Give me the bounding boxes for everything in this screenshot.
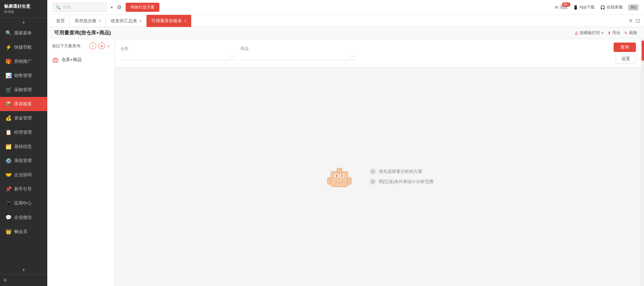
main-area: 🔍 搜索 ▾ ⚙ 体验行业方案 ✉ 消息 99+ 📱 App下载 🎧 在线客服 …: [47, 0, 644, 286]
purchase-icon: 🛒: [5, 87, 11, 93]
warehouse-more-btn[interactable]: ···: [229, 53, 235, 59]
sidebar-item-label: 营销推广: [14, 58, 32, 64]
export-btn[interactable]: ⬆ 导出: [608, 30, 620, 36]
sidebar-item-basic-info[interactable]: 🗂️ 基础信息: [0, 139, 47, 154]
sidebar-item-shortcut[interactable]: ⚡ 快捷导航: [0, 40, 47, 54]
filter-panel: 按以下方案查询 + ⚙ « 仓库+商品: [47, 39, 115, 286]
app-download-label: App下载: [579, 4, 595, 10]
enterprise-icon: 🤝: [5, 172, 11, 178]
tab-available-ledger[interactable]: 可用量库存账本 ×: [147, 15, 191, 27]
message-btn[interactable]: ✉ 消息 99+: [555, 4, 568, 10]
header-dropdown[interactable]: ▾: [111, 5, 113, 10]
sidebar-item-purchase[interactable]: 🛒 采购管理: [0, 83, 47, 97]
export-label: 导出: [612, 30, 620, 36]
refresh-btn[interactable]: ↻ 刷新: [624, 30, 637, 36]
online-service-btn[interactable]: 🎧 在线客服: [600, 4, 623, 10]
sidebar-item-finance[interactable]: 💰 资金管理: [0, 111, 47, 125]
settings-filter-btn[interactable]: ⚙: [98, 43, 105, 49]
tab-batch-account[interactable]: 库存批次账 ×: [70, 15, 106, 27]
tab-close-icon[interactable]: ×: [99, 19, 101, 23]
goods-field: 商品 ···: [240, 46, 355, 60]
app-title: 畅康通好生意: [4, 3, 43, 9]
sidebar-item-member[interactable]: 👑 畅会员: [0, 225, 47, 239]
sidebar-item-enterprise[interactable]: 🤝 企业协同: [0, 168, 47, 182]
sidebar-item-newbie[interactable]: 📌 新手引导: [0, 182, 47, 196]
sidebar-item-wechat[interactable]: 💬 企业微信: [0, 210, 47, 225]
tab-batch-account-label: 库存批次账: [75, 18, 97, 24]
shortcut-icon: ⚡: [5, 44, 11, 50]
print-template-btn[interactable]: 🖨 按模板打印 ▾: [574, 30, 603, 36]
tip-text-2: 用[过滤]条件来缩小分析范围: [379, 179, 434, 185]
query-btn[interactable]: 查询: [614, 43, 636, 52]
sidebar-item-sales[interactable]: 📊 销售管理: [0, 69, 47, 83]
print-label: 按模板打印: [580, 30, 600, 36]
sidebar-item-operations[interactable]: 📋 经营管理: [0, 125, 47, 139]
sidebar-scroll-up[interactable]: ▲: [0, 18, 47, 26]
sales-icon: 📊: [5, 73, 11, 79]
maximize-window-btn[interactable]: ⊡: [636, 18, 640, 24]
sidebar-item-label: 库存核算: [14, 101, 32, 107]
inventory-icon: 📦: [5, 101, 11, 107]
query-actions: 查询 设置: [614, 43, 636, 63]
user-avatar[interactable]: Rit: [628, 4, 639, 10]
header-gear-btn[interactable]: ⚙: [117, 4, 122, 10]
right-scrollbar[interactable]: [641, 39, 644, 286]
empty-tips: 1 请先选择要分析的方案 2 用[过滤]条件来缩小分析范围: [370, 168, 434, 185]
goods-input[interactable]: [240, 54, 348, 59]
scrollbar-thumb[interactable]: [642, 41, 644, 61]
sidebar-item-label: 资金管理: [14, 115, 32, 121]
close-window-btn[interactable]: ✕: [628, 18, 633, 24]
warehouse-input-wrapper[interactable]: ···: [120, 52, 235, 60]
sidebar-item-label: 企业协同: [14, 172, 32, 178]
sidebar-item-marketing[interactable]: 🎁 营销推广: [0, 54, 47, 69]
tab-receipt-summary[interactable]: 收发存汇总表 ×: [106, 15, 147, 27]
sidebar-item-system[interactable]: ⚙️ 系统管理: [0, 154, 47, 168]
tab-receipt-summary-label: 收发存汇总表: [111, 18, 137, 24]
system-icon: ⚙️: [5, 158, 11, 164]
chevron-down-icon[interactable]: ▾: [601, 31, 603, 35]
empty-tip-2: 2 用[过滤]条件来缩小分析范围: [370, 179, 434, 185]
sidebar-item-label: 销售管理: [14, 73, 32, 79]
app-subtitle: 标准版: [4, 9, 43, 14]
warehouse-goods-icon: [52, 56, 59, 63]
service-icon: 🎧: [600, 5, 605, 10]
tab-close-icon[interactable]: ×: [184, 19, 186, 23]
sidebar-item-label: 畅会员: [14, 229, 27, 235]
header-search-box[interactable]: 🔍 搜索: [53, 3, 107, 12]
tab-available-ledger-label: 可用量库存账本: [151, 18, 182, 24]
tab-close-icon[interactable]: ×: [139, 19, 141, 23]
goods-more-btn[interactable]: ···: [350, 53, 355, 59]
online-service-label: 在线客服: [607, 4, 623, 10]
refresh-icon: ↻: [624, 31, 628, 35]
sidebar-item-label: 基础信息: [14, 144, 32, 150]
goods-input-wrapper[interactable]: ···: [240, 52, 355, 60]
sidebar-item-label: 系统管理: [14, 158, 32, 164]
sidebar-item-search[interactable]: 🔍 搜索菜单: [0, 26, 47, 40]
header-right: ✉ 消息 99+ 📱 App下载 🎧 在线客服 Rit: [555, 4, 639, 10]
filter-panel-icons: + ⚙ «: [89, 43, 110, 49]
app-download-btn[interactable]: 📱 App下载: [573, 4, 595, 10]
query-bar: 仓库 ··· 商品 ··· 查询: [115, 39, 641, 67]
tab-home[interactable]: 首页: [51, 15, 70, 27]
page-header-actions: 🖨 按模板打印 ▾ ⬆ 导出 ↻ 刷新: [574, 30, 637, 36]
sidebar-bottom-settings[interactable]: ⚙: [0, 274, 47, 286]
add-filter-btn[interactable]: +: [89, 43, 96, 49]
filter-item-warehouse-goods[interactable]: 仓库+商品: [47, 53, 114, 67]
tip-text-1: 请先选择要分析的方案: [379, 168, 422, 175]
collapse-panel-btn[interactable]: «: [107, 43, 110, 49]
message-icon: ✉: [555, 5, 558, 10]
search-icon: 🔍: [56, 5, 61, 10]
operations-icon: 📋: [5, 129, 11, 135]
warehouse-input[interactable]: [120, 54, 228, 59]
print-icon: 🖨: [574, 31, 578, 35]
trial-industry-btn[interactable]: 体验行业方案: [126, 3, 159, 12]
settings-btn[interactable]: 设置: [616, 54, 636, 63]
tab-home-label: 首页: [56, 18, 65, 24]
warehouse-field: 仓库 ···: [120, 46, 235, 60]
refresh-label: 刷新: [629, 30, 637, 36]
sidebar-item-inventory[interactable]: 📦 库存核算: [0, 97, 47, 111]
sidebar-item-app-center[interactable]: 📱 应用中心: [0, 196, 47, 210]
svg-point-6: [341, 175, 343, 177]
sidebar-scroll-down[interactable]: ▼: [0, 266, 47, 274]
search-icon: 🔍: [5, 30, 11, 36]
